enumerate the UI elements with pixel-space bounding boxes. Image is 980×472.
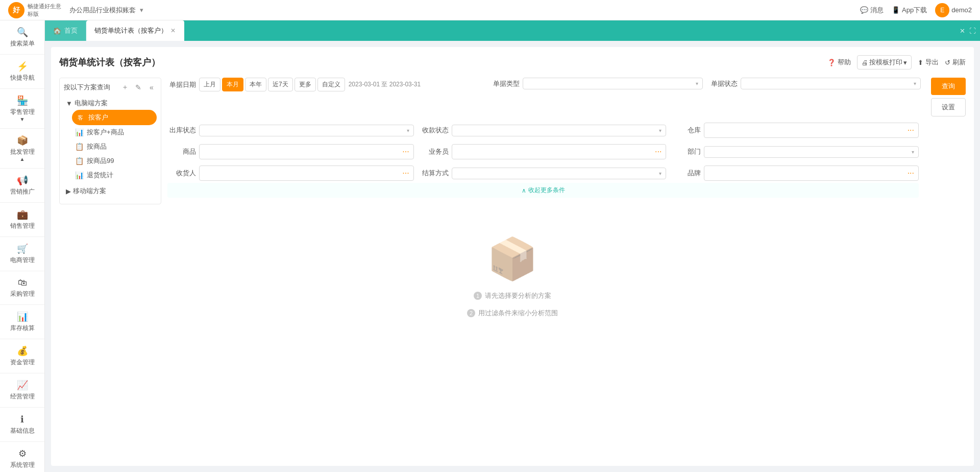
main-layout: 🔍 搜索菜单 ⚡ 快捷导航 🏪 零售管理 ▼ 📦 批发管理 ▲ 📢 营销推广 💼… bbox=[0, 20, 980, 472]
sidebar-item-inventory[interactable]: 📊 库存核算 bbox=[0, 305, 44, 339]
bar-icon: 📊 bbox=[75, 171, 84, 179]
system-icon: ⚙ bbox=[2, 448, 42, 459]
step-1-number: 1 bbox=[474, 292, 482, 300]
warehouse-input[interactable]: ··· bbox=[704, 123, 919, 138]
template-print-button[interactable]: 🖨 按模板打印 ▾ bbox=[857, 55, 912, 69]
tab-home[interactable]: 🏠 首页 bbox=[45, 20, 86, 41]
avatar: E bbox=[935, 3, 949, 17]
tree-parent-desktop[interactable]: ▼ 电脑端方案 bbox=[64, 97, 157, 110]
sidebar-item-label: 搜索菜单 bbox=[2, 39, 42, 48]
fullscreen-icon[interactable]: ⛶ bbox=[969, 27, 976, 35]
date-this-month[interactable]: 本月 bbox=[222, 78, 243, 91]
tree-child-label: 按客户 bbox=[88, 113, 108, 122]
action-buttons: 查询 设置 bbox=[931, 78, 966, 116]
sidebar-item-sales[interactable]: 💼 销售管理 bbox=[0, 203, 44, 237]
export-button[interactable]: ⬆ 导出 bbox=[918, 58, 939, 67]
tree-child-by-product[interactable]: 📋 按商品 bbox=[72, 139, 157, 154]
sidebar-item-label: 零售管理 bbox=[2, 108, 42, 116]
chevron-down-icon: ▾ bbox=[659, 171, 662, 176]
tree-expand-icon: ▶ bbox=[66, 187, 71, 195]
salesperson-dots-icon: ··· bbox=[655, 147, 662, 156]
sidebar-item-system[interactable]: ⚙ 系统管理 bbox=[0, 442, 44, 472]
sidebar-item-finance[interactable]: 💰 资金管理 bbox=[0, 339, 44, 373]
order-status-select[interactable]: ▾ bbox=[741, 78, 921, 89]
page-header: 销货单统计表（按客户） ❓ 帮助 🖨 按模板打印 ▾ ⬆ 导出 bbox=[59, 55, 966, 69]
collapse-button[interactable]: ∧ 收起更多条件 bbox=[167, 183, 919, 198]
query-button[interactable]: 查询 bbox=[931, 78, 966, 95]
message-button[interactable]: 💬 消息 bbox=[860, 6, 884, 15]
add-scheme-button[interactable]: ＋ bbox=[120, 82, 130, 92]
message-icon: 💬 bbox=[860, 6, 868, 14]
tree-parent-mobile[interactable]: ▶ 移动端方案 bbox=[64, 184, 157, 198]
sidebar-item-purchase[interactable]: 🛍 采购管理 bbox=[0, 271, 44, 305]
tree-label: 移动端方案 bbox=[73, 186, 106, 196]
tree-expand-icon: ▼ bbox=[66, 100, 72, 107]
tree-child-label: 按客户+商品 bbox=[87, 128, 124, 137]
brand-input[interactable]: ··· bbox=[704, 166, 919, 181]
tabbar: 🏠 首页 销货单统计表（按客户） ✕ ✕ ⛶ bbox=[45, 20, 980, 41]
recipient-label: 收货人 bbox=[167, 169, 196, 178]
home-icon: 🏠 bbox=[53, 27, 61, 35]
refresh-button[interactable]: ↺ 刷新 bbox=[945, 58, 966, 67]
app-download-button[interactable]: 📱 App下载 bbox=[892, 6, 927, 15]
tab-sales-stat[interactable]: 销货单统计表（按客户） ✕ bbox=[86, 20, 184, 41]
payment-status-select[interactable]: ▾ bbox=[452, 125, 667, 136]
user-menu[interactable]: E demo2 bbox=[935, 3, 972, 17]
content-area: 🏠 首页 销货单统计表（按客户） ✕ ✕ ⛶ 销货单统计表（按客户） ❓ 帮助 bbox=[45, 20, 980, 472]
chevron-down-icon: ▾ bbox=[407, 128, 409, 133]
tree-section: ▼ 电脑端方案 客 按客户 📊 按客户+商品 bbox=[64, 97, 157, 182]
date-more[interactable]: 更多 bbox=[295, 78, 316, 91]
customer-icon: 客 bbox=[75, 112, 85, 123]
date-custom[interactable]: 自定义 bbox=[317, 78, 345, 91]
tree-child-return-stat[interactable]: 📊 退货统计 bbox=[72, 168, 157, 182]
sidebar-item-label: 基础信息 bbox=[2, 427, 42, 435]
right-filter: 单据日期 上月 本月 本年 近7天 更多 自定义 2023-03-01 至 20… bbox=[167, 78, 966, 204]
tree-child-by-customer[interactable]: 客 按客户 bbox=[72, 110, 157, 125]
sidebar-item-label: 采购管理 bbox=[2, 290, 42, 298]
date-last-month[interactable]: 上月 bbox=[199, 78, 220, 91]
out-status-select[interactable]: ▾ bbox=[199, 125, 414, 136]
product-label: 商品 bbox=[167, 147, 196, 156]
date-range-display: 2023-03-01 至 2023-03-31 bbox=[349, 80, 421, 89]
tree-child-by-customer-product[interactable]: 📊 按客户+商品 bbox=[72, 125, 157, 139]
brand-label: 品牌 bbox=[672, 169, 701, 178]
left-panel: 按以下方案查询 ＋ ✎ « ▼ 电脑端方案 bbox=[59, 78, 161, 204]
filter-section: 按以下方案查询 ＋ ✎ « ▼ 电脑端方案 bbox=[59, 78, 966, 204]
settlement-select[interactable]: ▾ bbox=[452, 168, 667, 179]
edit-scheme-button[interactable]: ✎ bbox=[133, 82, 143, 92]
department-select[interactable]: ▾ bbox=[704, 146, 919, 158]
brand-dots-icon: ··· bbox=[908, 169, 914, 178]
date-this-year[interactable]: 本年 bbox=[245, 78, 266, 91]
salesperson-input[interactable]: ··· bbox=[452, 144, 667, 159]
tree-child-by-product99[interactable]: 📋 按商品99 bbox=[72, 154, 157, 168]
sidebar-item-shortcut[interactable]: ⚡ 快捷导航 bbox=[0, 55, 44, 89]
warehouse-label: 仓库 bbox=[672, 126, 701, 135]
expand-icon: ▲ bbox=[2, 156, 42, 162]
order-type-select[interactable]: ▾ bbox=[523, 78, 703, 89]
sidebar-item-search[interactable]: 🔍 搜索菜单 bbox=[0, 20, 44, 55]
order-type-label: 单据类型 bbox=[491, 79, 520, 88]
export-icon: ⬆ bbox=[918, 59, 923, 66]
sidebar-item-marketing[interactable]: 📢 营销推广 bbox=[0, 169, 44, 203]
date-last-7days[interactable]: 近7天 bbox=[268, 78, 293, 91]
tab-close-button[interactable]: ✕ bbox=[170, 27, 176, 34]
logo-area: 好 畅捷通好生意 标版 bbox=[8, 2, 61, 18]
sidebar-item-operations[interactable]: 📈 经营管理 bbox=[0, 373, 44, 408]
sidebar-item-label: 资金管理 bbox=[2, 358, 42, 367]
sidebar-item-wholesale[interactable]: 📦 批发管理 ▲ bbox=[0, 129, 44, 169]
product-input[interactable]: ··· bbox=[199, 144, 414, 159]
settings-button[interactable]: 设置 bbox=[931, 98, 966, 116]
help-button[interactable]: ❓ 帮助 bbox=[827, 58, 851, 67]
logo-text: 畅捷通好生意 标版 bbox=[28, 3, 61, 17]
page-title: 销货单统计表（按客户） bbox=[59, 56, 160, 68]
tree-children-desktop: 客 按客户 📊 按客户+商品 📋 按商品 bbox=[64, 110, 157, 182]
system-dropdown[interactable]: ▾ bbox=[140, 6, 143, 14]
sidebar-item-retail[interactable]: 🏪 零售管理 ▼ bbox=[0, 89, 44, 129]
recipient-input[interactable]: ··· bbox=[199, 166, 414, 181]
sidebar-item-ecommerce[interactable]: 🛒 电商管理 bbox=[0, 237, 44, 271]
refresh-icon: ↺ bbox=[945, 59, 950, 66]
sidebar-item-basic[interactable]: ℹ 基础信息 bbox=[0, 408, 44, 442]
close-window-icon[interactable]: ✕ bbox=[960, 27, 965, 35]
collapse-panel-button[interactable]: « bbox=[146, 82, 157, 92]
topbar-right: 💬 消息 📱 App下载 E demo2 bbox=[860, 3, 972, 17]
